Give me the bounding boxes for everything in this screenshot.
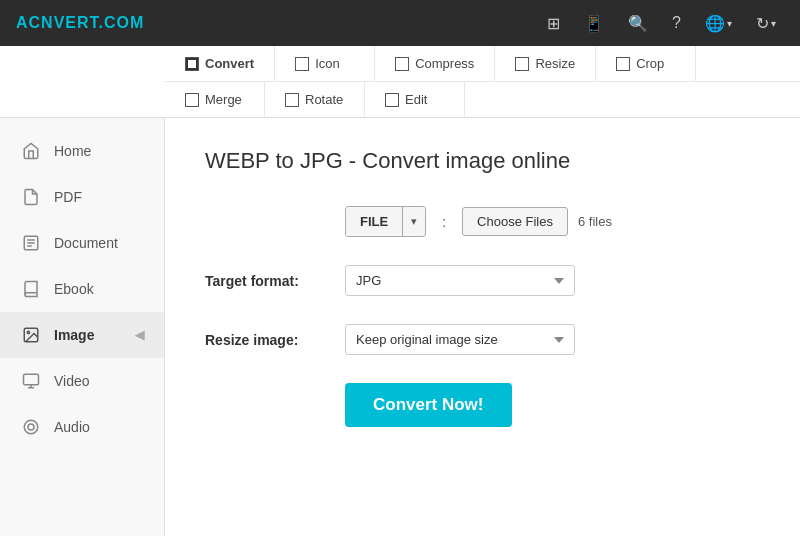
search-icon-btn[interactable]: 🔍 bbox=[620, 8, 656, 39]
sidebar-item-video[interactable]: Video bbox=[0, 358, 164, 404]
sidebar-item-ebook[interactable]: Ebook bbox=[0, 266, 164, 312]
brand-suffix: VERT.COM bbox=[54, 14, 145, 31]
subnav-convert-label: Convert bbox=[205, 56, 254, 71]
sidebar-image-arrow: ◀ bbox=[135, 328, 144, 342]
language-btn[interactable]: 🌐 ▾ bbox=[697, 8, 740, 39]
grid-icon: ⊞ bbox=[547, 14, 560, 33]
subnav-rows: Convert Icon Compress Resize Crop M bbox=[165, 46, 800, 117]
file-main-button[interactable]: FILE bbox=[346, 207, 403, 236]
sidebar-document-label: Document bbox=[54, 235, 118, 251]
file-row: FILE ▾ : Choose Files 6 files bbox=[205, 206, 760, 237]
target-format-label: Target format: bbox=[205, 273, 345, 289]
subnav: Convert Icon Compress Resize Crop M bbox=[0, 46, 800, 118]
brand-logo: ACNVERT.COM bbox=[16, 14, 144, 32]
subnav-item-resize[interactable]: Resize bbox=[495, 46, 596, 81]
subnav-crop-label: Crop bbox=[636, 56, 664, 71]
files-count: 6 files bbox=[578, 214, 612, 229]
subnav-item-merge[interactable]: Merge bbox=[165, 82, 265, 117]
convert-now-button[interactable]: Convert Now! bbox=[345, 383, 512, 427]
subnav-item-convert[interactable]: Convert bbox=[165, 46, 275, 81]
audio-icon bbox=[20, 416, 42, 438]
subnav-merge-label: Merge bbox=[205, 92, 242, 107]
refresh-arrow: ▾ bbox=[771, 18, 776, 29]
sidebar-item-pdf[interactable]: PDF bbox=[0, 174, 164, 220]
brand-prefix: AC bbox=[16, 14, 41, 31]
resize-image-control: Keep original image size Custom size Sma… bbox=[345, 324, 575, 355]
merge-check bbox=[185, 93, 199, 107]
svg-point-8 bbox=[24, 420, 38, 434]
subnav-row-1: Convert Icon Compress Resize Crop bbox=[165, 46, 800, 82]
crop-check bbox=[616, 57, 630, 71]
sidebar-item-audio[interactable]: Audio bbox=[0, 404, 164, 450]
subnav-item-icon[interactable]: Icon bbox=[275, 46, 375, 81]
main-content: WEBP to JPG - Convert image online FILE … bbox=[165, 118, 800, 536]
refresh-icon: ↻ bbox=[756, 14, 769, 33]
svg-point-7 bbox=[28, 424, 34, 430]
language-arrow: ▾ bbox=[727, 18, 732, 29]
file-control: FILE ▾ : Choose Files 6 files bbox=[345, 206, 612, 237]
sidebar-item-document[interactable]: Document bbox=[0, 220, 164, 266]
video-icon bbox=[20, 370, 42, 392]
resize-image-row: Resize image: Keep original image size C… bbox=[205, 324, 760, 355]
help-icon: ? bbox=[672, 14, 681, 32]
target-format-row: Target format: JPG PNG WEBP GIF BMP TIFF bbox=[205, 265, 760, 296]
subnav-item-compress[interactable]: Compress bbox=[375, 46, 495, 81]
main-layout: Home PDF Document Ebook Image ◀ bbox=[0, 118, 800, 536]
subnav-rotate-label: Rotate bbox=[305, 92, 343, 107]
language-icon: 🌐 bbox=[705, 14, 725, 33]
sidebar-image-label: Image bbox=[54, 327, 94, 343]
navbar-icons: ⊞ 📱 🔍 ? 🌐 ▾ ↻ ▾ bbox=[539, 8, 784, 39]
file-dropdown-arrow: ▾ bbox=[411, 215, 417, 227]
convert-check bbox=[185, 57, 199, 71]
sidebar-item-image[interactable]: Image ◀ bbox=[0, 312, 164, 358]
subnav-item-edit[interactable]: Edit bbox=[365, 82, 465, 117]
file-dropdown-button[interactable]: ▾ bbox=[403, 207, 425, 236]
resize-image-select[interactable]: Keep original image size Custom size Sma… bbox=[345, 324, 575, 355]
edit-check bbox=[385, 93, 399, 107]
mobile-icon-btn[interactable]: 📱 bbox=[576, 8, 612, 39]
mobile-icon: 📱 bbox=[584, 14, 604, 33]
pdf-icon bbox=[20, 186, 42, 208]
subnav-compress-label: Compress bbox=[415, 56, 474, 71]
subnav-row-2: Merge Rotate Edit bbox=[165, 82, 800, 117]
svg-rect-6 bbox=[24, 374, 39, 385]
colon-separator: : bbox=[442, 214, 446, 230]
file-btn-group: FILE ▾ bbox=[345, 206, 426, 237]
target-format-select[interactable]: JPG PNG WEBP GIF BMP TIFF bbox=[345, 265, 575, 296]
compress-check bbox=[395, 57, 409, 71]
subnav-item-rotate[interactable]: Rotate bbox=[265, 82, 365, 117]
search-icon: 🔍 bbox=[628, 14, 648, 33]
icon-check bbox=[295, 57, 309, 71]
svg-point-5 bbox=[27, 331, 29, 333]
navbar: ACNVERT.COM ⊞ 📱 🔍 ? 🌐 ▾ ↻ ▾ bbox=[0, 0, 800, 46]
subnav-icon-label: Icon bbox=[315, 56, 340, 71]
sidebar: Home PDF Document Ebook Image ◀ bbox=[0, 118, 165, 536]
subnav-item-crop[interactable]: Crop bbox=[596, 46, 696, 81]
image-icon bbox=[20, 324, 42, 346]
resize-check bbox=[515, 57, 529, 71]
subnav-resize-label: Resize bbox=[535, 56, 575, 71]
refresh-btn[interactable]: ↻ ▾ bbox=[748, 8, 784, 39]
document-icon bbox=[20, 232, 42, 254]
target-format-control: JPG PNG WEBP GIF BMP TIFF bbox=[345, 265, 575, 296]
rotate-check bbox=[285, 93, 299, 107]
help-icon-btn[interactable]: ? bbox=[664, 8, 689, 38]
sidebar-pdf-label: PDF bbox=[54, 189, 82, 205]
sidebar-video-label: Video bbox=[54, 373, 90, 389]
subnav-edit-label: Edit bbox=[405, 92, 427, 107]
choose-files-button[interactable]: Choose Files bbox=[462, 207, 568, 236]
ebook-icon bbox=[20, 278, 42, 300]
convert-row: Convert Now! bbox=[205, 383, 760, 427]
brand-connector: N bbox=[41, 14, 54, 31]
resize-image-label: Resize image: bbox=[205, 332, 345, 348]
sidebar-ebook-label: Ebook bbox=[54, 281, 94, 297]
sidebar-audio-label: Audio bbox=[54, 419, 90, 435]
home-icon bbox=[20, 140, 42, 162]
sidebar-home-label: Home bbox=[54, 143, 91, 159]
grid-icon-btn[interactable]: ⊞ bbox=[539, 8, 568, 39]
sidebar-item-home[interactable]: Home bbox=[0, 128, 164, 174]
page-title: WEBP to JPG - Convert image online bbox=[205, 148, 760, 174]
